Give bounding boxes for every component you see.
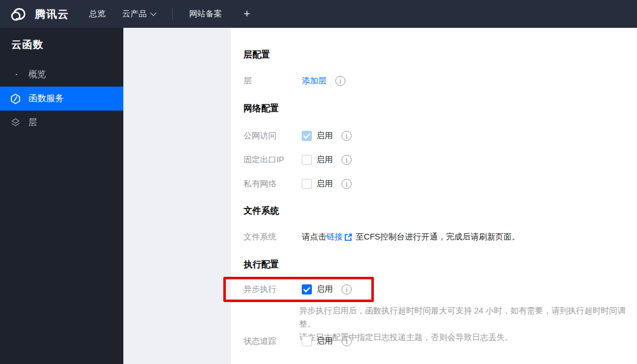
section-title-file-system: 文件系统 xyxy=(244,204,279,217)
form-row-public-network: 公网访问 启用 i xyxy=(244,130,352,142)
field-label-fixed-outbound-ip: 固定出口IP xyxy=(244,154,302,166)
nav-item-website-record[interactable]: 网站备案 xyxy=(189,8,222,20)
async-execution-checkbox[interactable] xyxy=(302,284,312,294)
nav-item-overview[interactable]: 总览 xyxy=(89,8,106,20)
nav-divider xyxy=(172,8,173,20)
fixed-ip-checkbox[interactable] xyxy=(302,155,312,165)
tencent-cloud-logo-icon xyxy=(9,7,29,21)
form-row-fixed-outbound-ip: 固定出口IP 启用 i xyxy=(244,154,352,166)
sidebar-item-layers[interactable]: 层 xyxy=(0,111,123,135)
info-icon[interactable]: i xyxy=(342,284,352,294)
external-link-icon[interactable] xyxy=(344,233,352,241)
nav-add-tab-button[interactable]: + xyxy=(244,8,250,21)
sidebar-menu: 概览 函数服务 层 xyxy=(0,63,123,135)
cfs-link[interactable]: 链接 xyxy=(326,231,343,243)
file-system-hint-before: 请点击 xyxy=(302,231,326,243)
sidebar-title: 云函数 xyxy=(11,39,44,52)
sidebar: 云函数 概览 函数服务 层 xyxy=(0,28,123,364)
tencent-cloud-brand[interactable]: 腾讯云 xyxy=(9,7,69,21)
file-system-hint-after: 至CFS控制台进行开通，完成后请刷新页面。 xyxy=(356,231,520,243)
sidebar-item-function-service[interactable]: 函数服务 xyxy=(0,87,123,111)
public-network-checkbox[interactable] xyxy=(302,131,312,141)
enable-label: 启用 xyxy=(316,284,333,295)
form-row-private-network: 私有网络 启用 i xyxy=(244,178,352,190)
section-title-execution-config: 执行配置 xyxy=(244,258,279,270)
field-label-file-system: 文件系统 xyxy=(244,231,302,243)
form-row-async-execution: 异步执行 启用 i xyxy=(244,283,352,296)
field-label-layer: 层 xyxy=(244,75,302,87)
private-network-checkbox[interactable] xyxy=(302,179,312,189)
layers-icon xyxy=(10,118,21,128)
secondary-panel xyxy=(123,28,231,364)
brand-name: 腾讯云 xyxy=(35,7,69,21)
info-icon[interactable]: i xyxy=(342,179,352,189)
field-label-status-tracing: 状态追踪 xyxy=(244,336,302,347)
field-label-public-network-access: 公网访问 xyxy=(244,130,302,142)
info-icon[interactable]: i xyxy=(342,336,352,346)
add-layer-link[interactable]: 添加层 xyxy=(302,75,326,87)
grid-icon xyxy=(10,70,21,80)
enable-label: 启用 xyxy=(316,154,333,166)
top-navbar: 腾讯云 总览 云产品 网站备案 + xyxy=(0,0,637,28)
section-title-layer-config: 层配置 xyxy=(244,48,270,61)
status-tracing-checkbox[interactable] xyxy=(302,336,312,346)
info-icon[interactable]: i xyxy=(342,155,352,165)
field-label-async-execution: 异步执行 xyxy=(244,284,302,295)
section-title-network-config: 网络配置 xyxy=(244,102,279,114)
form-row-status-tracing: 状态追踪 启用 i xyxy=(244,335,352,348)
info-icon[interactable]: i xyxy=(335,76,345,86)
info-icon[interactable]: i xyxy=(342,131,352,141)
form-row-file-system: 文件系统 请点击 链接 至CFS控制台进行开通，完成后请刷新页面。 xyxy=(244,231,520,243)
sidebar-item-overview[interactable]: 概览 xyxy=(0,63,123,87)
enable-label: 启用 xyxy=(316,336,333,347)
nav-item-cloud-products[interactable]: 云产品 xyxy=(122,8,156,20)
enable-label: 启用 xyxy=(316,130,333,142)
description-line-1: 异步执行启用后，函数执行超时时间最大可支持 24 小时，如有需要，请到执行超时时… xyxy=(299,304,631,331)
function-hexagon-icon xyxy=(10,94,21,104)
chevron-down-icon xyxy=(151,9,157,16)
function-config-panel: 层配置 层 添加层 i 网络配置 公网访问 启用 i 固定出口IP 启用 i 私… xyxy=(231,28,637,364)
enable-label: 启用 xyxy=(316,178,333,190)
field-label-private-network: 私有网络 xyxy=(244,178,302,190)
form-row-layer: 层 添加层 i xyxy=(244,75,345,87)
